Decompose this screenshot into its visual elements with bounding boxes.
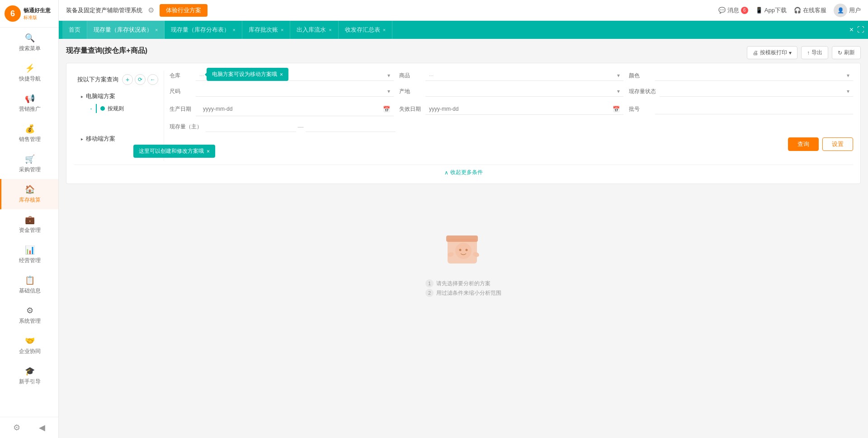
stock-main-to[interactable] xyxy=(306,122,396,132)
message-icon: 💬 xyxy=(718,7,726,14)
tab-home[interactable]: 首页 xyxy=(62,21,87,39)
stock-main-from[interactable] xyxy=(206,122,296,132)
empty-steps: 1 请先选择要分析的方案 2 用过滤条件来缩小分析范围 xyxy=(425,278,501,298)
avatar-icon: 👤 xyxy=(837,7,844,14)
sidebar-item-finance[interactable]: 💼 资金管理 xyxy=(0,209,58,240)
sidebar-item-search[interactable]: 🔍 搜索菜单 xyxy=(0,28,58,58)
sidebar-item-inventory-label: 库存核算 xyxy=(19,196,41,204)
pc-plan-item[interactable]: ▸ 电脑端方案 xyxy=(77,90,160,102)
goods-dots: ··· xyxy=(429,72,434,79)
print-dropdown-icon: ▾ xyxy=(789,50,792,56)
tab-batch-account-close[interactable]: × xyxy=(281,27,283,33)
sidebar-item-system-label: 系统管理 xyxy=(19,317,41,325)
refresh-plan-btn[interactable]: ⟳ xyxy=(135,74,146,85)
tab-recv-summary-close[interactable]: × xyxy=(383,27,386,33)
stock-state-dropdown-icon: ▾ xyxy=(847,88,849,94)
export-btn[interactable]: ↑ 导出 xyxy=(801,46,828,59)
stock-state-label: 现存量状态 xyxy=(629,88,656,95)
empty-illustration xyxy=(441,227,486,268)
back-plan-btn[interactable]: ← xyxy=(147,74,158,85)
expire-date-calendar-icon[interactable]: 📅 xyxy=(613,106,620,113)
tab-batch-account-label: 库存批次账 xyxy=(249,26,278,34)
logo-area: 6 畅通好生意 标准版 xyxy=(0,0,58,28)
search-icon: 🔍 xyxy=(25,33,35,43)
stock-state-select[interactable]: ▾ xyxy=(660,86,853,97)
step-1: 1 请先选择要分析的方案 xyxy=(425,279,501,287)
mobile-plan-arrow: ▸ xyxy=(81,137,83,141)
origin-label: 产地 xyxy=(399,88,422,95)
stock-main-label: 现存量（主） xyxy=(170,123,202,131)
tab-maximize-icon[interactable]: ⛶ xyxy=(857,26,864,34)
settings-icon[interactable]: ⚙ xyxy=(148,6,154,14)
produce-date-field: 生产日期 📅 xyxy=(170,102,394,116)
mobile-plan-item[interactable]: ▸ 移动端方案 xyxy=(77,133,160,145)
tab-inout-flow[interactable]: 出入库流水 × xyxy=(290,21,338,39)
origin-select[interactable]: ▾ xyxy=(425,86,623,97)
tab-close-all-icon[interactable]: × xyxy=(849,26,854,34)
step-1-num: 1 xyxy=(425,279,434,287)
svg-point-2 xyxy=(455,243,472,259)
sidebar-item-sales[interactable]: 💰 销售管理 xyxy=(0,118,58,149)
size-dropdown-icon: ▾ xyxy=(387,88,390,94)
filter-panel: 电脑方案可设为移动方案哦 × 这里可以创建和修改方案哦 × 按以下方案查询 + … xyxy=(66,63,861,184)
sidebar-item-base[interactable]: 📋 基础信息 xyxy=(0,270,58,300)
sidebar-item-operations[interactable]: 📊 经营管理 xyxy=(0,240,58,270)
goods-dropdown-icon: ▾ xyxy=(617,72,620,79)
tab-inventory-dist[interactable]: 现存量（库存分布表） × xyxy=(165,21,242,39)
tooltip-create-close[interactable]: × xyxy=(207,148,210,155)
messages-action[interactable]: 💬 消息 6 xyxy=(718,6,748,14)
produce-date-calendar-icon[interactable]: 📅 xyxy=(383,106,390,113)
print-icon: 🖨 xyxy=(753,50,758,56)
user-action[interactable]: 👤 用户 xyxy=(834,4,861,17)
tab-inout-flow-label: 出入库流水 xyxy=(297,26,326,34)
goods-select[interactable]: ··· ▾ xyxy=(425,71,623,81)
collapse-sidebar-btn[interactable]: ◀ xyxy=(39,423,45,433)
purchase-icon: 🛒 xyxy=(25,154,35,164)
color-select[interactable]: ▾ xyxy=(655,71,853,81)
produce-date-label: 生产日期 xyxy=(170,105,192,113)
batch-no-input[interactable] xyxy=(655,104,853,114)
tab-inventory-status-close[interactable]: × xyxy=(155,27,158,33)
color-label: 颜色 xyxy=(629,72,651,80)
tooltip-plan-close[interactable]: × xyxy=(280,71,283,78)
tab-inventory-dist-close[interactable]: × xyxy=(232,27,235,33)
app-download-action[interactable]: 📱 App下载 xyxy=(755,6,787,14)
sidebar-item-purchase[interactable]: 🛒 采购管理 xyxy=(0,149,58,179)
tab-inout-flow-close[interactable]: × xyxy=(329,27,331,33)
expire-date-input[interactable] xyxy=(429,106,611,112)
sidebar-item-enterprise[interactable]: 🤝 企业协同 xyxy=(0,330,58,361)
tab-batch-account[interactable]: 库存批次账 × xyxy=(242,21,290,39)
page-actions: 🖨 按模板打印 ▾ ↑ 导出 ↻ 刷新 xyxy=(747,46,861,59)
sidebar-item-quicknav[interactable]: ⚡ 快捷导航 xyxy=(0,58,58,88)
expire-date-label: 失效日期 xyxy=(399,105,422,113)
refresh-icon: ↻ xyxy=(838,50,842,56)
size-select[interactable]: ▾ xyxy=(196,86,394,97)
template-print-btn[interactable]: 🖨 按模板打印 ▾ xyxy=(747,46,797,59)
tab-bar: 首页 现存量（库存状况表） × 现存量（库存分布表） × 库存批次账 × 出入库… xyxy=(59,21,868,39)
search-btn[interactable]: 查询 xyxy=(788,137,819,151)
settings-bottom-btn[interactable]: ⚙ xyxy=(13,423,20,433)
tab-inventory-status[interactable]: 现存量（库存状况表） × xyxy=(87,21,165,39)
collapse-btn[interactable]: ∧ 收起更多条件 xyxy=(444,169,483,176)
add-plan-btn[interactable]: + xyxy=(122,74,133,85)
app-download-label: App下载 xyxy=(764,6,787,14)
step-2: 2 用过滤条件来缩小分析范围 xyxy=(425,289,501,297)
mobile-plan-label: 移动端方案 xyxy=(86,135,115,143)
tab-recv-summary-label: 收发存汇总表 xyxy=(345,26,380,34)
reset-btn[interactable]: 设置 xyxy=(822,137,853,151)
online-support-action[interactable]: 🎧 在线客服 xyxy=(794,6,826,14)
pc-plan-arrow: ▸ xyxy=(81,94,83,99)
goods-field: 商品 ··· ▾ xyxy=(399,71,623,81)
experience-btn[interactable]: 体验行业方案 xyxy=(160,4,208,17)
filter-right: 仓库 ··· ▾ 商品 ··· ▾ xyxy=(164,71,853,161)
sidebar-item-system[interactable]: ⚙ 系统管理 xyxy=(0,300,58,330)
sidebar-item-inventory[interactable]: 🏠 库存核算 xyxy=(0,179,58,209)
tab-recv-summary[interactable]: 收发存汇总表 × xyxy=(339,21,392,39)
sidebar-item-marketing[interactable]: 📢 营销推广 xyxy=(0,88,58,118)
tooltip-create: 这里可以创建和修改方案哦 × xyxy=(133,145,215,158)
sidebar-item-guide[interactable]: 🎓 新手引导 xyxy=(0,361,58,391)
filter-footer: ∧ 收起更多条件 xyxy=(74,165,853,176)
sidebar-item-search-label: 搜索菜单 xyxy=(19,45,41,52)
refresh-btn[interactable]: ↻ 刷新 xyxy=(832,46,861,59)
produce-date-input[interactable] xyxy=(199,104,381,114)
